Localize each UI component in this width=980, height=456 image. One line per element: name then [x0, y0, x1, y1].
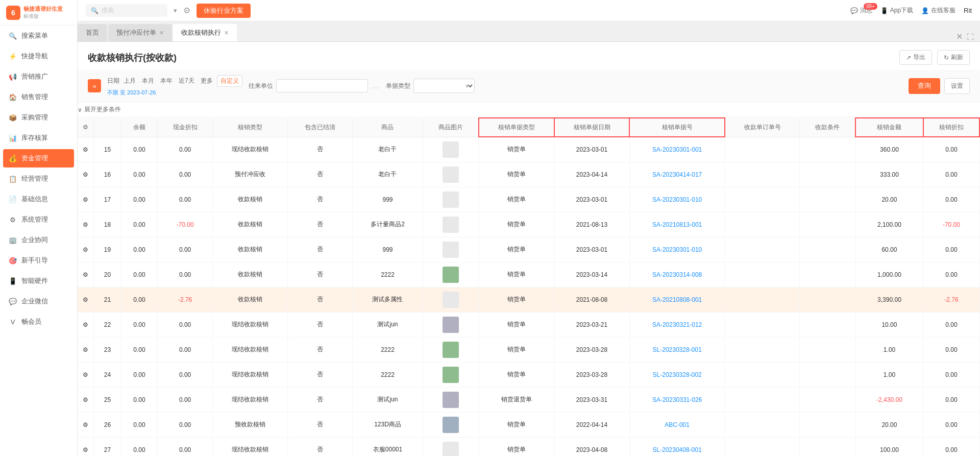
cell-product: 999 — [353, 187, 423, 212]
cell-order-no — [725, 237, 800, 262]
cell-type: 收款核销 — [213, 287, 287, 312]
tab-prepay[interactable]: 预付冲应付单 ✕ — [108, 24, 172, 41]
cell-voucher-no[interactable]: SL-20230408-001 — [629, 437, 724, 456]
sidebar-item-guide[interactable]: 🎯新手引导 — [0, 250, 77, 271]
filter-btn-7days[interactable]: 近7天 — [177, 76, 197, 86]
cell-cash-discount: 0.00 — [157, 262, 213, 287]
cell-voucher-no[interactable]: SL-20230328-001 — [629, 337, 724, 362]
cell-settings[interactable]: ⚙ — [78, 387, 94, 412]
sidebar-item-member[interactable]: V畅会员 — [0, 311, 77, 332]
cell-voucher-no[interactable]: SA-20230321-012 — [629, 312, 724, 337]
user-name[interactable]: Rit — [964, 7, 972, 14]
tab-expand-window[interactable]: ⛶ — [967, 33, 974, 41]
cell-type: 收款核销 — [213, 187, 287, 212]
sidebar-item-wechat[interactable]: 💬企业微信 — [0, 291, 77, 311]
cell-condition — [800, 387, 855, 412]
cell-voucher-date: 2023-03-14 — [554, 262, 630, 287]
cell-discount: 0.00 — [923, 437, 979, 456]
cell-settings[interactable]: ⚙ — [78, 412, 94, 437]
col-settings[interactable]: ⚙ — [78, 118, 94, 137]
topbar-search-icon: 🔍 — [91, 7, 99, 14]
cell-settings[interactable]: ⚙ — [78, 337, 94, 362]
cell-product-img — [423, 337, 478, 362]
cell-balance: 0.00 — [121, 437, 158, 456]
cell-balance: 0.00 — [121, 212, 158, 237]
sidebar-icon-marketing: 📢 — [8, 72, 17, 81]
cell-settings[interactable]: ⚙ — [78, 362, 94, 387]
filter-counterpart-input[interactable] — [276, 79, 368, 92]
settings-btn[interactable]: 设置 — [944, 78, 970, 94]
sidebar-item-operation[interactable]: 📋经营管理 — [0, 169, 77, 189]
sidebar-item-search[interactable]: 🔍搜索菜单 — [0, 26, 77, 46]
cell-amount: 1.00 — [855, 362, 923, 387]
cell-settings[interactable]: ⚙ — [78, 137, 94, 162]
cell-discount: -2.76 — [923, 287, 979, 312]
message-badge[interactable]: 💬 消息 99+ — [850, 6, 872, 15]
cell-voucher-type: 销货单 — [479, 412, 554, 437]
cell-settings[interactable]: ⚙ — [78, 262, 94, 287]
cell-voucher-no[interactable]: SA-20210808-001 — [629, 287, 724, 312]
topbar-search-placeholder: 搜索 — [102, 6, 114, 15]
cell-type: 现结收款核销 — [213, 362, 287, 387]
cell-order-no — [725, 162, 800, 187]
cell-voucher-no[interactable]: SA-20230314-008 — [629, 262, 724, 287]
query-btn[interactable]: 查询 — [909, 78, 940, 94]
sidebar-item-purchase[interactable]: 📦采购管理 — [0, 107, 77, 128]
cell-voucher-no[interactable]: SA-20230331-026 — [629, 387, 724, 412]
refresh-btn[interactable]: ↻ 刷新 — [937, 50, 970, 65]
cell-voucher-no[interactable]: SL-20230328-002 — [629, 362, 724, 387]
cell-discount: -70.00 — [923, 212, 979, 237]
app-download[interactable]: 📱 App下载 — [880, 6, 913, 15]
sidebar-item-system[interactable]: ⚙系统管理 — [0, 209, 77, 230]
expand-more-btn[interactable]: ∨ 展开更多条件 — [78, 105, 980, 114]
cell-settings[interactable]: ⚙ — [78, 237, 94, 262]
cell-product: 123D商品 — [353, 412, 423, 437]
export-btn[interactable]: ↗ 导出 — [899, 50, 932, 65]
sidebar-item-enterprise[interactable]: 🏢企业协同 — [0, 230, 77, 250]
cell-voucher-no[interactable]: SA-20230301-001 — [629, 137, 724, 162]
cell-product: 2222 — [353, 337, 423, 362]
cell-voucher-no[interactable]: SA-20210813-001 — [629, 212, 724, 237]
cell-voucher-type: 销货单 — [479, 362, 554, 387]
cell-settings[interactable]: ⚙ — [78, 212, 94, 237]
cell-condition — [800, 412, 855, 437]
sidebar-item-sales[interactable]: 🏠销售管理 — [0, 87, 77, 107]
filter-voucher-type-select[interactable] — [413, 79, 475, 93]
tab-collection-close[interactable]: ✕ — [224, 30, 229, 36]
tab-home[interactable]: 首页 — [78, 24, 107, 41]
sidebar-item-hardware[interactable]: 📱智能硬件 — [0, 271, 77, 291]
industry-btn[interactable]: 休验行业方案 — [197, 4, 251, 18]
cell-voucher-no[interactable]: SA-20230301-010 — [629, 187, 724, 212]
cell-voucher-no[interactable]: ABC-001 — [629, 412, 724, 437]
cell-settings[interactable]: ⚙ — [78, 287, 94, 312]
filter-btn-more[interactable]: 更多 — [199, 76, 215, 86]
cell-settings[interactable]: ⚙ — [78, 437, 94, 456]
tab-close-window[interactable]: ✕ — [956, 32, 963, 41]
content-header: 收款核销执行(按收款) ↗ 导出 ↻ 刷新 — [78, 42, 980, 70]
cell-settings[interactable]: ⚙ — [78, 162, 94, 187]
filter-btn-last-month[interactable]: 上月 — [121, 76, 138, 86]
topbar-settings-icon[interactable]: ⚙ — [183, 6, 190, 15]
cell-product: 衣服00001 — [353, 437, 423, 456]
sidebar-item-marketing[interactable]: 📢营销推广 — [0, 66, 77, 87]
sidebar-item-finance[interactable]: 💰资金管理 — [3, 149, 74, 167]
cell-voucher-no[interactable]: SA-20230301-010 — [629, 237, 724, 262]
cell-voucher-date: 2023-03-28 — [554, 337, 630, 362]
tab-collection[interactable]: 收款核销执行 ✕ — [173, 24, 237, 41]
online-service[interactable]: 👤 在线客服 — [921, 6, 955, 15]
filter-btn-this-year[interactable]: 本年 — [158, 76, 175, 86]
filter-expand-btn[interactable]: » — [88, 79, 101, 92]
sidebar-item-quick-nav[interactable]: ⚡快捷导航 — [0, 46, 77, 66]
col-discount: 核销折扣 — [923, 118, 979, 137]
filter-btn-this-month[interactable]: 本月 — [140, 76, 156, 86]
sidebar-item-inventory[interactable]: 📊库存核算 — [0, 128, 77, 148]
topbar-dropdown-icon[interactable]: ▾ — [174, 7, 177, 14]
filter-btn-custom[interactable]: 自定义 — [217, 75, 242, 87]
cell-voucher-no[interactable]: SA-20230414-017 — [629, 162, 724, 187]
sidebar-item-basic-info[interactable]: 📄基础信息 — [0, 189, 77, 209]
sidebar-icon-basic-info: 📄 — [8, 195, 17, 204]
tab-prepay-close[interactable]: ✕ — [159, 30, 164, 36]
cell-settings[interactable]: ⚙ — [78, 312, 94, 337]
cell-voucher-type: 销货单 — [479, 187, 554, 212]
cell-settings[interactable]: ⚙ — [78, 187, 94, 212]
